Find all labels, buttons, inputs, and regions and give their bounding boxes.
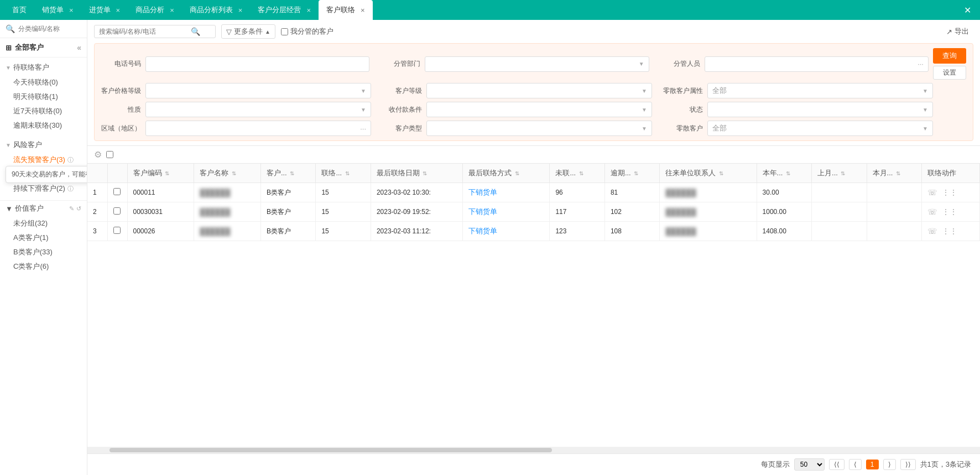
contact-icon-1[interactable]: ☏ xyxy=(927,207,937,216)
tab-product-analysis[interactable]: 商品分析 × xyxy=(128,0,182,20)
sort-overdue-icon[interactable]: ⇅ xyxy=(634,170,638,176)
sidebar-item-overdue[interactable]: 逾期未联络(30) xyxy=(0,118,87,133)
info-icon: ⓘ xyxy=(67,156,74,164)
sidebar-all-customers[interactable]: ⊞ 全部客户 « xyxy=(0,38,87,58)
chevron-down-type: ▼ xyxy=(642,126,647,132)
sort-date-icon[interactable]: ⇅ xyxy=(423,170,427,176)
last-contact-way-link[interactable]: 下销货单 xyxy=(468,207,497,216)
dept-select[interactable]: ▼ xyxy=(425,56,649,72)
cell-last-contact-date: 2023-02-09 19:52: xyxy=(371,202,462,222)
search-input[interactable] xyxy=(99,28,187,35)
close-customer-layer-tab[interactable]: × xyxy=(306,6,311,14)
chevron-down-status: ▼ xyxy=(922,107,928,113)
sort-name-icon[interactable]: ⇅ xyxy=(232,170,236,176)
tab-customer-layer[interactable]: 客户分层经营 × xyxy=(250,0,319,20)
more-action-icon-2[interactable]: ⋮⋮ xyxy=(942,227,957,236)
cell-type: B类客户 xyxy=(260,183,316,202)
more-conditions-btn[interactable]: ▽ 更多条件 ▲ xyxy=(221,24,275,39)
grade-select[interactable]: ▼ xyxy=(426,83,652,98)
sidebar-item-ungroup[interactable]: 未分组(32) xyxy=(0,216,87,231)
region-select[interactable]: ··· xyxy=(145,121,371,136)
search-submit-icon[interactable]: 🔍 xyxy=(191,27,200,36)
sort-contact-icon[interactable]: ⇅ xyxy=(345,170,350,176)
sidebar-group-waiting-title[interactable]: ▼ 待联络客户 xyxy=(0,60,87,75)
sort-unit-icon[interactable]: ⇅ xyxy=(719,170,723,176)
table-gear-btn[interactable]: ⚙ xyxy=(94,149,102,160)
page-prev-btn[interactable]: ⟨ xyxy=(849,459,862,470)
filter-expanded: 电话号码 分管部门 ▼ 分管人员 ··· xyxy=(94,43,973,141)
query-button[interactable]: 查询 xyxy=(933,48,966,64)
sidebar-search-input[interactable] xyxy=(18,25,87,33)
horizontal-scrollbar[interactable] xyxy=(87,447,980,453)
sort-code-icon[interactable]: ⇅ xyxy=(165,170,169,176)
export-btn[interactable]: ↗ 导出 xyxy=(942,25,973,38)
close-customer-contact-tab[interactable]: × xyxy=(361,6,365,14)
select-all-checkbox[interactable] xyxy=(106,151,113,158)
row-checkbox-0[interactable] xyxy=(113,188,121,195)
collapse-icon[interactable]: « xyxy=(77,43,81,52)
close-purchase-tab[interactable]: × xyxy=(116,6,121,14)
contact-icon-2[interactable]: ☏ xyxy=(927,227,937,236)
person-select[interactable]: ··· xyxy=(705,56,929,72)
row-checkbox-2[interactable] xyxy=(113,227,121,234)
cell-code: 00030031 xyxy=(127,202,194,222)
cell-contact: 15 xyxy=(316,183,371,202)
tab-sales[interactable]: 销货单 × xyxy=(34,0,81,20)
sidebar-item-today[interactable]: 今天待联络(0) xyxy=(0,75,87,90)
phone-input[interactable] xyxy=(145,56,369,72)
settings-button[interactable]: 设置 xyxy=(933,66,966,80)
close-product-list-tab[interactable]: × xyxy=(238,6,243,14)
edit-icon[interactable]: ✎ xyxy=(69,205,74,212)
nature-select[interactable]: ▼ xyxy=(145,102,371,117)
payment-select[interactable]: ▼ xyxy=(426,102,652,117)
sidebar-item-churn-warning[interactable]: 流失预警客户(3) ⓘ 90天未交易的客户，可能有流失风险。 xyxy=(0,153,87,167)
sidebar-group-risk-title[interactable]: ▼ 风险客户 xyxy=(0,137,87,153)
status-select[interactable]: ▼ xyxy=(707,102,933,117)
page-last-btn[interactable]: ⟩⟩ xyxy=(900,459,916,470)
attr-select[interactable]: 全部 ▼ xyxy=(707,83,933,98)
cell-type: B类客户 xyxy=(260,202,316,222)
filter-region: 区域（地区） ··· xyxy=(101,121,371,136)
cell-check[interactable] xyxy=(107,202,127,222)
hscroll-thumb[interactable] xyxy=(110,448,552,452)
last-contact-way-link[interactable]: 下销货单 xyxy=(468,188,497,196)
tab-product-list[interactable]: 商品分析列表 × xyxy=(182,0,251,20)
sort-type-icon[interactable]: ⇅ xyxy=(290,170,294,176)
sidebar-item-7days[interactable]: 近7天待联络(0) xyxy=(0,104,87,118)
sidebar-item-tomorrow[interactable]: 明天待联络(1) xyxy=(0,90,87,104)
contact-icon-0[interactable]: ☏ xyxy=(927,188,937,197)
customer-type-select[interactable]: ▼ xyxy=(426,121,652,136)
refresh-icon[interactable]: ↺ xyxy=(76,205,81,212)
row-checkbox-1[interactable] xyxy=(113,207,121,215)
retail-select[interactable]: 全部 ▼ xyxy=(707,121,933,136)
page-next-btn[interactable]: ⟩ xyxy=(883,459,896,470)
sort-uncontact-icon[interactable]: ⇅ xyxy=(579,170,583,176)
col-check xyxy=(107,164,127,183)
sort-lastmonth-icon[interactable]: ⇅ xyxy=(841,170,845,176)
more-action-icon-1[interactable]: ⋮⋮ xyxy=(942,207,957,216)
close-product-analysis-tab[interactable]: × xyxy=(170,6,174,14)
close-window-btn[interactable]: ✕ xyxy=(960,3,976,18)
tab-home[interactable]: 首页 xyxy=(4,0,34,20)
page-first-btn[interactable]: ⟨⟨ xyxy=(829,459,845,470)
my-customers-checkbox[interactable] xyxy=(281,28,288,35)
more-action-icon-0[interactable]: ⋮⋮ xyxy=(942,188,957,197)
tab-customer-contact[interactable]: 客户联络 × xyxy=(319,0,373,20)
sort-year-icon[interactable]: ⇅ xyxy=(786,170,790,176)
cell-check[interactable] xyxy=(107,183,127,202)
last-contact-way-link[interactable]: 下销货单 xyxy=(468,227,497,235)
filter-person: 分管人员 ··· xyxy=(660,56,929,72)
sidebar-item-c-class[interactable]: C类客户(6) xyxy=(0,259,87,274)
my-customers-checkbox-area[interactable]: 我分管的客户 xyxy=(281,27,333,36)
close-sales-tab[interactable]: × xyxy=(69,6,74,14)
tab-purchase[interactable]: 进货单 × xyxy=(81,0,128,20)
sort-way-icon[interactable]: ⇅ xyxy=(515,170,519,176)
page-size-select[interactable]: 50 100 xyxy=(794,458,825,471)
sidebar-item-b-class[interactable]: B类客户(33) xyxy=(0,245,87,259)
sidebar-item-declining[interactable]: 持续下滑客户(2) ⓘ xyxy=(0,181,87,196)
sidebar-group-value-title[interactable]: ▼ 价值客户 ✎ ↺ xyxy=(0,200,87,216)
sort-thismonth-icon[interactable]: ⇅ xyxy=(896,170,900,176)
price-grade-select[interactable]: ▼ xyxy=(145,83,371,98)
cell-check[interactable] xyxy=(107,222,127,241)
sidebar-item-a-class[interactable]: A类客户(1) xyxy=(0,231,87,245)
